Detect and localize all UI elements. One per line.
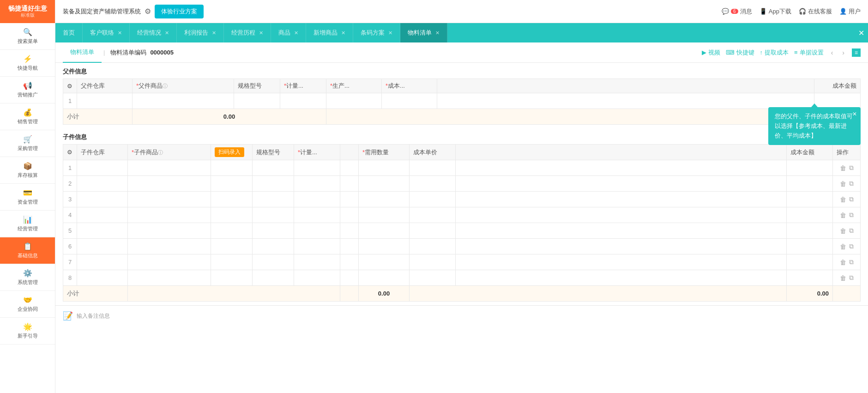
tab-bom[interactable]: 物料清单 ✕	[400, 23, 447, 42]
child-goods-cell[interactable]	[128, 239, 211, 254]
child-goods-cell[interactable]	[128, 192, 211, 207]
child-unit-cell[interactable]	[294, 160, 340, 176]
child-spec-cell[interactable]	[253, 223, 294, 239]
child-unit-price-cell[interactable]	[410, 192, 456, 207]
app-download-action[interactable]: 📱 App下载	[760, 7, 791, 16]
child-spec-cell[interactable]	[253, 207, 294, 223]
child-unit-price-cell[interactable]	[410, 239, 456, 254]
nav-tabs-end[interactable]: ✕	[854, 23, 868, 42]
child-unit-price-cell[interactable]	[410, 223, 456, 239]
sidebar-item-system[interactable]: ⚙️ 系统管理	[0, 264, 55, 291]
copy-icon[interactable]: ⧉	[849, 180, 854, 187]
close-icon[interactable]: ✕	[388, 30, 392, 36]
child-warehouse-cell[interactable]	[77, 223, 128, 239]
close-all-icon[interactable]: ✕	[858, 29, 864, 37]
close-icon[interactable]: ✕	[435, 30, 440, 36]
tab-barcode[interactable]: 条码方案 ✕	[353, 23, 400, 42]
child-goods-cell[interactable]	[128, 207, 211, 223]
child-spec-cell[interactable]	[253, 254, 294, 270]
child-unit-price-cell[interactable]	[410, 207, 456, 223]
single-settings-action[interactable]: ≡ 单据设置	[794, 48, 824, 57]
tab-operations[interactable]: 经营情况 ✕	[130, 23, 177, 42]
child-quantity-cell[interactable]	[359, 176, 410, 192]
sidebar-item-marketing[interactable]: 📢 营销推广	[0, 77, 55, 103]
copy-icon[interactable]: ⧉	[849, 242, 854, 250]
close-icon[interactable]: ✕	[212, 30, 216, 36]
tab-home[interactable]: 首页	[55, 23, 83, 42]
close-icon[interactable]: ✕	[341, 30, 345, 36]
tab-profit[interactable]: 利润报告 ✕	[177, 23, 224, 42]
parent-cost-cell[interactable]	[382, 93, 437, 109]
child-goods-cell[interactable]	[128, 270, 211, 286]
delete-icon[interactable]: 🗑	[840, 164, 846, 172]
delete-icon[interactable]: 🗑	[840, 212, 846, 219]
copy-icon[interactable]: ⧉	[849, 164, 854, 172]
delete-icon[interactable]: 🗑	[840, 227, 846, 235]
child-quantity-cell[interactable]	[359, 270, 410, 286]
child-col-settings[interactable]: ⚙	[63, 145, 77, 160]
parent-spec-cell[interactable]	[234, 93, 280, 109]
sub-tab-bom[interactable]: 物料清单	[63, 42, 102, 63]
child-unit-cell[interactable]	[294, 254, 340, 270]
child-unit-price-cell[interactable]	[410, 160, 456, 176]
child-unit-cell[interactable]	[294, 223, 340, 239]
user-action[interactable]: 👤 用户	[839, 7, 861, 16]
child-spec-cell[interactable]	[253, 160, 294, 176]
extract-cost-action[interactable]: ↑ 提取成本	[760, 48, 789, 57]
prev-arrow[interactable]: ‹	[829, 48, 835, 57]
copy-icon[interactable]: ⧉	[849, 227, 854, 235]
sidebar-item-quicknav[interactable]: ⚡ 快捷导航	[0, 50, 55, 77]
delete-icon[interactable]: 🗑	[840, 196, 846, 203]
child-warehouse-cell[interactable]	[77, 160, 128, 176]
close-icon[interactable]: ✕	[294, 30, 298, 36]
child-unit-cell[interactable]	[294, 207, 340, 223]
sidebar-item-collab[interactable]: 🤝 企业协同	[0, 291, 55, 318]
child-goods-cell[interactable]	[128, 223, 211, 239]
parent-col-settings[interactable]: ⚙	[63, 79, 77, 93]
sidebar-item-inventory[interactable]: 📦 库存核算	[0, 157, 55, 184]
online-service-action[interactable]: 🎧 在线客服	[799, 7, 832, 16]
delete-icon[interactable]: 🗑	[840, 180, 846, 187]
child-goods-cell[interactable]	[128, 160, 211, 176]
child-unit-cell[interactable]	[294, 192, 340, 207]
close-icon[interactable]: ✕	[165, 30, 169, 36]
child-unit-price-cell[interactable]	[410, 176, 456, 192]
sidebar-item-search[interactable]: 🔍 搜索菜单	[0, 23, 55, 50]
trial-button[interactable]: 体验行业方案	[155, 5, 204, 18]
parent-unit-cell[interactable]	[280, 93, 326, 109]
child-unit-cell[interactable]	[294, 239, 340, 254]
sidebar-item-finance[interactable]: 💳 资金管理	[0, 184, 55, 211]
child-goods-cell[interactable]	[128, 254, 211, 270]
tab-history[interactable]: 经营历程 ✕	[224, 23, 271, 42]
child-quantity-cell[interactable]	[359, 160, 410, 176]
child-warehouse-cell[interactable]	[77, 207, 128, 223]
child-unit-price-cell[interactable]	[410, 270, 456, 286]
child-warehouse-cell[interactable]	[77, 176, 128, 192]
sidebar-item-guide[interactable]: 🌟 新手引导	[0, 318, 55, 345]
child-warehouse-cell[interactable]	[77, 192, 128, 207]
next-arrow[interactable]: ›	[840, 48, 846, 57]
message-action[interactable]: 💬 6 消息	[722, 7, 752, 16]
copy-icon[interactable]: ⧉	[849, 195, 854, 203]
sidebar-item-sales[interactable]: 💰 销售管理	[0, 103, 55, 130]
shortcut-action[interactable]: ⌨ 快捷键	[726, 48, 754, 57]
close-icon[interactable]: ✕	[259, 30, 263, 36]
child-goods-cell[interactable]	[128, 176, 211, 192]
child-unit-cell[interactable]	[294, 270, 340, 286]
tab-new-goods[interactable]: 新增商品 ✕	[306, 23, 353, 42]
child-unit-cell[interactable]	[294, 176, 340, 192]
child-quantity-cell[interactable]	[359, 223, 410, 239]
copy-icon[interactable]: ⧉	[849, 258, 854, 266]
child-spec-cell[interactable]	[253, 270, 294, 286]
close-icon[interactable]: ✕	[118, 30, 122, 36]
settings-icon[interactable]: ⚙	[145, 7, 151, 16]
child-quantity-cell[interactable]	[359, 239, 410, 254]
view-action[interactable]: ▶ 视频	[702, 48, 720, 57]
child-quantity-cell[interactable]	[359, 207, 410, 223]
delete-icon[interactable]: 🗑	[840, 259, 846, 266]
tab-goods[interactable]: 商品 ✕	[271, 23, 306, 42]
child-spec-cell[interactable]	[253, 192, 294, 207]
tooltip-close[interactable]: ✕	[852, 110, 857, 119]
child-unit-price-cell[interactable]	[410, 254, 456, 270]
sidebar-item-purchase[interactable]: 🛒 采购管理	[0, 130, 55, 157]
